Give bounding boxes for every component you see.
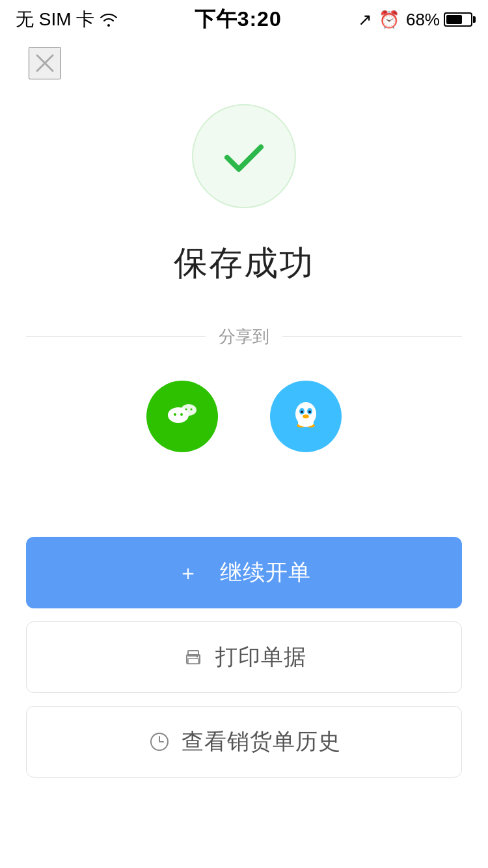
checkmark-icon <box>218 130 270 182</box>
svg-point-3 <box>181 404 197 416</box>
share-divider: 分享到 <box>26 325 462 348</box>
battery-fill <box>446 15 462 24</box>
svg-point-4 <box>174 413 176 416</box>
status-time: 下午3:20 <box>195 5 282 34</box>
share-icons-row <box>26 381 462 452</box>
sim-label: 无 SIM 卡 <box>16 7 94 32</box>
history-icon <box>148 730 171 753</box>
close-icon <box>33 51 57 75</box>
plus-icon: ＋ <box>178 562 199 583</box>
location-icon: ↗ <box>358 10 372 30</box>
success-title: 保存成功 <box>174 241 314 286</box>
continue-text: 继续开单 <box>220 558 311 588</box>
wifi-icon <box>100 12 118 27</box>
printer-icon <box>182 645 205 669</box>
wechat-icon <box>161 396 203 437</box>
svg-point-6 <box>185 409 187 411</box>
success-circle <box>192 104 296 208</box>
main-content: 保存成功 分享到 <box>0 39 488 778</box>
history-button[interactable]: 查看销货单历史 <box>26 706 462 778</box>
status-bar: 无 SIM 卡 下午3:20 ↗ ⏰ 68% <box>0 0 488 39</box>
svg-point-16 <box>298 419 314 427</box>
status-left: 无 SIM 卡 <box>16 7 118 32</box>
print-button[interactable]: 打印单据 <box>26 621 462 693</box>
wechat-share-button[interactable] <box>146 381 218 452</box>
qq-share-button[interactable] <box>270 381 342 452</box>
svg-point-5 <box>180 413 183 416</box>
print-label: 打印单据 <box>215 642 306 672</box>
action-buttons: ＋ 继续开单 打印单据 查看销货单历史 <box>0 537 488 778</box>
svg-point-11 <box>301 411 303 413</box>
status-right: ↗ ⏰ 68% <box>358 10 472 30</box>
close-button[interactable] <box>29 47 61 79</box>
battery-container: 68% <box>406 10 472 30</box>
svg-rect-18 <box>188 658 198 664</box>
svg-point-13 <box>303 414 309 418</box>
qq-icon <box>285 396 327 437</box>
battery-icon <box>444 12 472 27</box>
history-label: 查看销货单历史 <box>182 727 341 757</box>
share-section: 分享到 <box>0 325 488 452</box>
svg-point-7 <box>191 409 193 411</box>
svg-point-20 <box>197 656 198 658</box>
share-label: 分享到 <box>219 325 269 348</box>
continue-button[interactable]: ＋ 继续开单 <box>26 537 462 608</box>
divider-right <box>282 336 462 337</box>
battery-text: 68% <box>406 10 440 30</box>
divider-left <box>26 336 206 337</box>
svg-point-12 <box>308 411 311 413</box>
alarm-icon: ⏰ <box>379 10 400 30</box>
